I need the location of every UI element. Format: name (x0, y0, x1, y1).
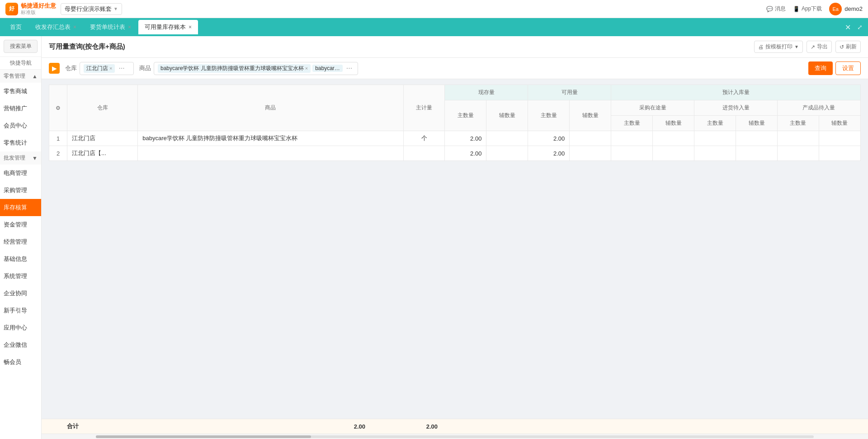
sidebar-item-capital-mgmt[interactable]: 资金管理 (0, 216, 41, 233)
sidebar-item-enterprise-collab[interactable]: 企业协同 (0, 285, 41, 302)
data-table: ⚙ 仓库 商品 主计量 现存量 可用量 预计入库量 主数量 辅数量 主数量 辅数… (49, 85, 861, 161)
nav-tabs: 首页 收发存汇总表 × 要货单统计表 × 可用量库存账本 × ✕ ⤢ (0, 18, 868, 36)
current-stock-header: 现存量 (445, 85, 528, 100)
table-container: ⚙ 仓库 商品 主计量 现存量 可用量 预计入库量 主数量 辅数量 主数量 辅数… (42, 79, 868, 419)
warehouse-input[interactable]: 江北门店 × ··· (80, 62, 134, 75)
row-purchase-main (611, 146, 653, 161)
remove-product-tag-1[interactable]: × (305, 66, 308, 71)
product-input[interactable]: babycare学饮杯 儿童防摔防撞吸管杯重力球吸嘴杯宝宝水杯 × babyca… (154, 62, 358, 75)
quick-nav-button[interactable]: 快捷导航 (0, 57, 41, 70)
logo-text: 畅捷通好生意 标准版 (21, 2, 56, 15)
sidebar-item-system-mgmt[interactable]: 系统管理 (0, 268, 41, 285)
row-available-main: 2.00 (528, 131, 570, 146)
close-tab-order-stats[interactable]: × (128, 24, 131, 30)
close-all-tabs-button[interactable]: ✕ (843, 21, 853, 33)
sidebar-item-retail-mgmt[interactable]: 零售管理 ▲ (0, 70, 41, 83)
footer-label: 合计 (67, 422, 112, 430)
sidebar-item-app-center[interactable]: 应用中心 (0, 319, 41, 336)
content-area: 可用量查询(按仓库+商品) 🖨 按模板打印 ▼ ↗ 导出 ↺ 刷新 ▶ (42, 36, 868, 439)
tab-summary[interactable]: 收发存汇总表 × (29, 20, 83, 34)
sidebar-item-inventory-check[interactable]: 库存核算 (0, 199, 41, 216)
product-header: 商品 (138, 85, 403, 131)
purchase-transit-header: 采购在途量 (611, 100, 694, 116)
incoming-sub-header: 辅数量 (736, 116, 778, 131)
refresh-button[interactable]: ↺ 刷新 (835, 41, 861, 53)
row-product-sub (819, 146, 860, 161)
warehouse-tag: 江北门店 × (84, 64, 115, 73)
current-sub-header: 辅数量 (486, 100, 528, 131)
product-pending-header: 产成品待入量 (777, 100, 860, 116)
sidebar-item-wholesale-mgmt[interactable]: 批发管理 ▼ (0, 151, 41, 165)
sidebar-item-retail-mall[interactable]: 零售商城 (0, 83, 41, 100)
tab-home[interactable]: 首页 (4, 20, 28, 34)
export-button[interactable]: ↗ 导出 (807, 41, 832, 53)
row-unit: 个 (403, 131, 445, 146)
sidebar-item-retail-stats[interactable]: 零售统计 (0, 134, 41, 151)
expand-window-button[interactable]: ⤢ (855, 21, 864, 33)
available-main-header: 主数量 (528, 100, 570, 131)
row-current-sub (486, 131, 528, 146)
horizontal-scrollbar-thumb[interactable] (96, 435, 311, 438)
row-incoming-main (694, 131, 736, 146)
sidebar-item-operations-mgmt[interactable]: 经营管理 (0, 233, 41, 250)
warehouse-dots: ··· (117, 64, 126, 72)
tab-available-stock[interactable]: 可用量库存账本 × (138, 20, 198, 34)
product-filter-field: 商品 babycare学饮杯 儿童防摔防撞吸管杯重力球吸嘴杯宝宝水杯 × bab… (139, 62, 358, 75)
sidebar-item-purchase-mgmt[interactable]: 采购管理 (0, 182, 41, 199)
close-tab-summary[interactable]: × (73, 24, 76, 30)
query-button[interactable]: 查询 (808, 61, 833, 75)
industry-select[interactable]: 母婴行业演示账套 ▼ (61, 3, 122, 15)
row-product (138, 146, 403, 161)
product-tag-2: babycar… (312, 65, 343, 72)
row-unit (403, 146, 445, 161)
sidebar-item-ecommerce-mgmt[interactable]: 电商管理 (0, 165, 41, 182)
user-area[interactable]: Ea demo2 (829, 3, 863, 15)
print-template-button[interactable]: 🖨 按模板打印 ▼ (754, 41, 803, 53)
page-title: 可用量查询(按仓库+商品) (49, 42, 125, 51)
available-sub-header: 辅数量 (570, 100, 611, 131)
search-menu-button[interactable]: 搜索菜单 (4, 40, 38, 53)
row-warehouse: 江北门店【... (67, 146, 138, 161)
unit-header: 主计量 (403, 85, 445, 131)
settings-icon[interactable]: ⚙ (56, 105, 61, 111)
main-layout: 搜索菜单 快捷导航 零售管理 ▲ 零售商城 营销推广 会员中心 零售统计 批发管… (0, 36, 868, 439)
settings-button[interactable]: 设置 (835, 61, 861, 75)
sidebar-section: 零售管理 ▲ 零售商城 营销推广 会员中心 零售统计 批发管理 ▼ 电商管理 (0, 70, 41, 371)
planned-inbound-header: 预计入库量 (611, 85, 861, 100)
row-current-main: 2.00 (445, 146, 486, 161)
app-download-icon: 📱 (793, 6, 800, 12)
sidebar-item-enterprise-wechat[interactable]: 企业微信 (0, 336, 41, 354)
close-tab-available-stock[interactable]: × (189, 24, 192, 30)
row-available-sub (570, 146, 611, 161)
horizontal-scrollbar-track[interactable] (96, 435, 814, 438)
sidebar-item-new-guide[interactable]: 新手引导 (0, 302, 41, 319)
product-tag-1: babycare学饮杯 儿童防摔防撞吸管杯重力球吸嘴杯宝宝水杯 × (158, 64, 311, 73)
sidebar-item-marketing[interactable]: 营销推广 (0, 100, 41, 117)
print-icon: 🖨 (758, 44, 764, 50)
tab-order-stats[interactable]: 要货单统计表 × (84, 20, 137, 34)
row-product-sub (819, 131, 860, 146)
filter-toggle-button[interactable]: ▶ (49, 63, 60, 74)
warehouse-filter-field: 仓库 江北门店 × ··· (65, 62, 134, 75)
row-product: babycare学饮杯 儿童防摔防撞吸管杯重力球吸嘴杯宝宝水杯 (138, 131, 403, 146)
row-incoming-sub (736, 146, 778, 161)
row-current-sub (486, 146, 528, 161)
row-purchase-main (611, 131, 653, 146)
print-arrow-icon: ▼ (794, 44, 799, 49)
remove-warehouse-tag[interactable]: × (109, 66, 112, 71)
footer-available-main: 2.00 (401, 422, 438, 430)
warehouse-header: 仓库 (67, 85, 138, 131)
app-download-action[interactable]: 📱 App下载 (793, 5, 822, 13)
sidebar-item-vip-member[interactable]: 畅会员 (0, 354, 41, 371)
sidebar-item-member-center[interactable]: 会员中心 (0, 117, 41, 134)
message-action[interactable]: 💬 消息 (766, 5, 786, 13)
row-product-main (777, 131, 819, 146)
table-footer: 合计 2.00 2.00 (42, 419, 868, 434)
settings-header[interactable]: ⚙ (49, 85, 67, 131)
current-main-header: 主数量 (445, 100, 486, 131)
nav-tabs-right: ✕ ⤢ (843, 21, 864, 33)
product-dots: ··· (344, 64, 354, 72)
export-icon: ↗ (811, 44, 815, 50)
sidebar-search-area: 搜索菜单 (0, 36, 41, 57)
sidebar-item-basic-info[interactable]: 基础信息 (0, 250, 41, 268)
